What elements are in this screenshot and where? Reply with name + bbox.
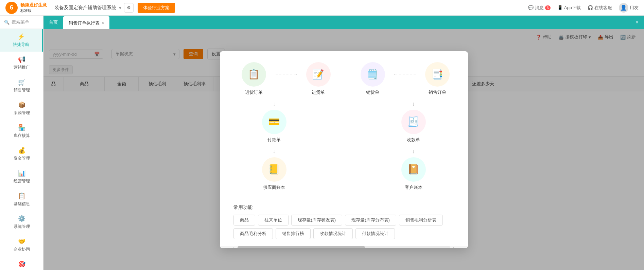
top-right-area: 💬 消息 6 📱 App下载 🎧 在线客服 👤 用友	[528, 3, 639, 13]
func-btn-8[interactable]: 付款情况统计	[355, 228, 395, 239]
enterprise-icon: 🤝	[18, 238, 25, 245]
page-content: ❓ 帮助 🖨️ 按模板打印 ▾ 📤 导出	[43, 29, 644, 270]
func-btn-7[interactable]: 收款情况统计	[313, 228, 353, 239]
sidebar-item-basic[interactable]: 📋 基础信息	[0, 188, 43, 211]
scroll-left-btn[interactable]: ‹	[233, 245, 235, 248]
modal-scrollbar: ‹ ›	[220, 246, 468, 248]
online-service-item[interactable]: 🎧 在线客服	[588, 5, 612, 11]
search-icon: 🔍	[4, 20, 10, 25]
common-functions: 常用功能 商品 往来单位 现存量(库存状况表) 现存量(库存分布表) 销售毛利分…	[220, 199, 468, 246]
arrow-left-1: ←	[393, 71, 398, 77]
purchase-icon: 📦	[18, 101, 25, 109]
tab-bar: 首页 销售订单执行表 × ×	[43, 16, 644, 29]
experience-btn[interactable]: 体验行业方案	[138, 3, 175, 13]
gear-button[interactable]: ⚙	[124, 3, 134, 13]
finance-icon: 💰	[18, 147, 25, 154]
system-icon: ⚙️	[18, 215, 25, 222]
avatar: 👤	[619, 3, 628, 13]
app-download-item[interactable]: 📱 App下载	[557, 5, 581, 11]
content-area: 首页 销售订单执行表 × × ❓ 帮助	[43, 16, 644, 270]
sidebar-item-quick[interactable]: ⚡ 快捷导航	[0, 29, 43, 52]
func-btn-3[interactable]: 现存量(库存分布表)	[345, 215, 396, 226]
supplier-ledger-label: 供应商账本	[263, 184, 285, 191]
purchase-order-icon: 📋	[242, 62, 266, 87]
flow-node-receipt[interactable]: 🧾 收款单	[393, 110, 434, 143]
func-buttons: 商品 往来单位 现存量(库存状况表) 现存量(库存分布表) 销售毛利分析表 商品…	[233, 215, 454, 239]
func-btn-0[interactable]: 商品	[233, 215, 255, 226]
sidebar-search[interactable]: 🔍 搜索菜单	[0, 16, 43, 29]
func-btn-6[interactable]: 销售排行榜	[276, 228, 311, 239]
marketing-icon: 📢	[18, 56, 25, 63]
flow-node-purchase-order[interactable]: 📋 进货订单	[233, 62, 274, 95]
sidebar-item-marketing[interactable]: 📢 营销推广	[0, 52, 43, 74]
dropdown-arrow-icon[interactable]: ▾	[119, 5, 121, 11]
flow-node-customer-ledger[interactable]: 📔 客户账本	[393, 157, 434, 191]
sidebar-item-operation[interactable]: 📊 经营管理	[0, 165, 43, 188]
flow-node-sales-order[interactable]: 📑 销售订单	[417, 62, 458, 95]
func-btn-4[interactable]: 销售毛利分析表	[399, 215, 443, 226]
arrow-dashed-1	[276, 74, 292, 74]
phone-icon: 📱	[557, 5, 563, 10]
scrollbar-track	[238, 246, 450, 248]
purchase-bill-icon: 📝	[306, 62, 331, 87]
sidebar-item-newbie[interactable]: 🎯 新手引导	[0, 256, 43, 270]
customer-ledger-label: 客户账本	[405, 184, 422, 191]
payment-label: 付款单	[267, 137, 281, 143]
flow-node-payment[interactable]: 💳 付款单	[254, 110, 295, 143]
sales-bill-label: 销货单	[366, 89, 379, 95]
scrollbar-thumb[interactable]	[238, 246, 365, 248]
receipt-icon: 🧾	[401, 110, 426, 134]
sales-order-icon: 📑	[425, 62, 450, 87]
newbie-icon: 🎯	[18, 260, 25, 268]
sidebar-item-purchase[interactable]: 📦 采购管理	[0, 97, 43, 120]
down-arrow-purchase: ↓	[273, 101, 276, 107]
flow-node-purchase-bill[interactable]: 📝 进货单	[298, 62, 339, 95]
flow-node-sales-bill[interactable]: 🗒️ 销货单	[352, 62, 393, 95]
logo: 6 畅康通好生意 标准版	[5, 2, 49, 14]
down-arrow-sales: ↓	[412, 101, 415, 107]
tab-home[interactable]: 首页	[43, 16, 63, 29]
tab-sales-order[interactable]: 销售订单执行表 ×	[63, 16, 109, 30]
message-badge: 6	[545, 5, 551, 10]
user-item[interactable]: 👤 用友	[619, 3, 639, 13]
flow-diagram: 📋 进货订单 →	[220, 51, 468, 199]
func-btn-2[interactable]: 现存量(库存状况表)	[291, 215, 343, 226]
logo-icon: 6	[5, 2, 18, 14]
quick-icon: ⚡	[17, 33, 25, 40]
headset-icon: 🎧	[588, 5, 593, 10]
receipt-label: 收款单	[407, 137, 420, 143]
message-icon: 💬	[528, 5, 534, 10]
sales-bill-icon: 🗒️	[361, 62, 385, 87]
sales-icon: 🛒	[18, 78, 25, 86]
sidebar-item-finance[interactable]: 💰 资金管理	[0, 143, 43, 165]
system-title: 装备及固定资产辅助管理系统 ▾	[54, 5, 121, 11]
func-btn-5[interactable]: 商品毛利分析	[233, 228, 273, 239]
sidebar-item-enterprise[interactable]: 🤝 企业协同	[0, 234, 43, 256]
flow-node-supplier-ledger[interactable]: 📒 供应商账本	[254, 157, 295, 191]
supplier-ledger-icon: 📒	[262, 157, 286, 182]
sidebar-item-inventory[interactable]: 🏪 库存核算	[0, 120, 43, 143]
customer-ledger-icon: 📔	[401, 157, 426, 182]
modal-overlay[interactable]: 📋 进货订单 →	[43, 29, 644, 270]
message-item[interactable]: 💬 消息 6	[528, 5, 551, 11]
operation-icon: 📊	[18, 169, 25, 177]
basic-icon: 📋	[18, 192, 25, 200]
down-arrow-receipt: ↓	[412, 148, 415, 155]
tab-close-all-button[interactable]: ×	[636, 19, 639, 25]
func-btn-1[interactable]: 往来单位	[258, 215, 289, 226]
purchase-order-label: 进货订单	[245, 89, 263, 95]
inventory-icon: 🏪	[18, 124, 25, 131]
sidebar-item-system[interactable]: ⚙️ 系统管理	[0, 211, 43, 234]
common-func-title: 常用功能	[233, 204, 454, 211]
tab-close-icon[interactable]: ×	[102, 21, 104, 25]
purchase-bill-label: 进货单	[312, 89, 325, 95]
sales-order-label: 销售订单	[429, 89, 446, 95]
payment-icon: 💳	[262, 110, 286, 134]
scroll-right-btn[interactable]: ›	[453, 245, 454, 248]
down-arrow-payment: ↓	[273, 148, 276, 155]
brand-text: 畅康通好生意 标准版	[20, 2, 47, 13]
modal: 📋 进货订单 →	[220, 51, 468, 248]
sidebar: 🔍 搜索菜单 ⚡ 快捷导航 📢 营销推广 🛒 销售管理 📦 采购管理 🏪	[0, 16, 43, 270]
arrow-right-1: →	[293, 71, 298, 77]
sidebar-item-sales[interactable]: 🛒 销售管理	[0, 74, 43, 97]
